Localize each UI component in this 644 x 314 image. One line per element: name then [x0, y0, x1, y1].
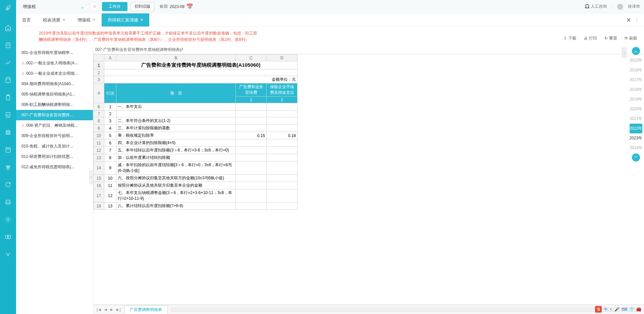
year-item[interactable]: 2024年: [630, 143, 643, 153]
ime-lang[interactable]: 中: [604, 307, 608, 312]
value-cell-d[interactable]: [267, 154, 298, 162]
row-header[interactable]: 7: [94, 111, 104, 117]
row-header[interactable]: 8: [94, 117, 104, 125]
sheet-tab[interactable]: 广宣费调整明细表: [124, 305, 168, 314]
item-cell[interactable]: 按照分摊协议从其他关联方归集至本企业的金额: [116, 182, 236, 189]
form-list-item[interactable]: 004-期间费用明细表(A1040...: [16, 79, 93, 89]
close-icon[interactable]: ✕: [93, 18, 96, 22]
value-cell-c[interactable]: [236, 147, 267, 154]
calendar-picker-icon[interactable]: 📅: [186, 3, 193, 10]
horizontal-scrollbar[interactable]: [171, 308, 641, 312]
item-cell[interactable]: 减：本年扣除的以前年度结转额[3＞6，本行=0；3≤6，本行=8与(6-3)孰小…: [116, 162, 236, 175]
cell-reference[interactable]: 007-广告费和业务宣传费跨年度纳税调整明细表(A105060): [93, 46, 183, 54]
row-header[interactable]: 1: [94, 61, 104, 69]
ime-toolbox-icon[interactable]: 🧰: [636, 307, 641, 312]
seq-cell[interactable]: 1: [104, 103, 116, 111]
item-cell[interactable]: 三、本年计算扣除限额的基数: [116, 125, 236, 132]
ime-skin-icon[interactable]: 👕: [629, 307, 634, 312]
row-header[interactable]: 12: [94, 147, 104, 154]
col-header-c[interactable]: C: [236, 55, 267, 61]
row-header[interactable]: 13: [94, 154, 104, 162]
seq-cell[interactable]: 8: [104, 154, 116, 162]
value-cell-d[interactable]: [267, 125, 298, 132]
form-list-item[interactable]: 001-企业所得税年度纳税申...: [16, 48, 93, 58]
row-header[interactable]: 6: [94, 103, 104, 111]
app-logo-icon[interactable]: [4, 4, 12, 11]
form-list-item[interactable]: 012-减免所得税优惠明细表(...: [16, 162, 93, 172]
value-cell-c[interactable]: [236, 202, 267, 210]
temple-icon[interactable]: [4, 129, 12, 136]
collapse-handle[interactable]: ‹: [89, 171, 93, 184]
switch-old-button[interactable]: 切到旧版: [131, 2, 154, 11]
value-cell-d[interactable]: [267, 182, 298, 189]
item-cell[interactable]: 一、本年支出: [116, 103, 236, 111]
seq-cell[interactable]: 13: [104, 202, 116, 210]
reset-button[interactable]: ↻ 重置: [604, 30, 617, 46]
panel-close-icon[interactable]: ✕: [626, 16, 631, 24]
ime-badge[interactable]: S: [595, 306, 602, 313]
seq-cell[interactable]: 7: [104, 147, 116, 154]
col-header-a[interactable]: A: [104, 55, 116, 61]
year-item[interactable]: 2022年: [630, 124, 643, 133]
list-toggle-button[interactable]: ≡: [90, 2, 99, 11]
year-item[interactable]: 2019年: [630, 95, 643, 104]
seq-cell[interactable]: 5: [104, 132, 116, 139]
refresh-icon[interactable]: [4, 181, 12, 188]
row-header[interactable]: 18: [94, 202, 104, 210]
value-cell-c[interactable]: [236, 175, 267, 182]
row-header[interactable]: 14: [94, 162, 104, 175]
consult-link[interactable]: 🎧 人工咨询: [585, 4, 607, 9]
seq-cell[interactable]: 3: [104, 117, 116, 125]
row-header[interactable]: 9: [94, 125, 104, 132]
nav-next-icon[interactable]: ►: [109, 307, 114, 312]
row-header[interactable]: 10: [94, 132, 104, 139]
item-cell[interactable]: [116, 111, 236, 117]
year-item[interactable]: 2018年: [630, 85, 643, 95]
col-header-d[interactable]: D: [267, 55, 298, 61]
year-item[interactable]: 2015年: [630, 56, 643, 65]
item-cell[interactable]: 八、累计结转以后年度扣除额(7+8-9): [116, 202, 236, 210]
value-cell-c[interactable]: [236, 162, 267, 175]
item-cell[interactable]: 四、本企业计算的扣除限额(4×5): [116, 139, 236, 147]
value-cell-c[interactable]: [236, 111, 267, 117]
value-cell-d[interactable]: [267, 111, 298, 117]
value-cell-d[interactable]: [267, 162, 298, 175]
col-header-b[interactable]: B: [116, 55, 236, 61]
collapse-right-handle[interactable]: ›: [622, 48, 627, 58]
avatar-icon[interactable]: [617, 4, 623, 10]
year-item[interactable]: 2016年: [630, 65, 643, 75]
ime-mic-icon[interactable]: 🎤: [614, 307, 620, 312]
refresh-button[interactable]: ⟳ 刷新: [625, 30, 637, 46]
seq-cell[interactable]: 11: [104, 182, 116, 189]
doc-icon[interactable]: [4, 42, 12, 49]
year-up-icon[interactable]: ︽: [632, 47, 640, 55]
download-button[interactable]: ⇩ 下载: [564, 30, 576, 46]
form-list-item[interactable]: ⚠003-一般企业成本支出明细...: [16, 68, 93, 79]
sheet-table[interactable]: A B C D 1广告费和业务宣传费跨年度纳税调整明细表(A105060) 2 …: [93, 54, 298, 210]
form-list-item[interactable]: 010-免税、减计收入及加计...: [16, 141, 93, 151]
form-list-item[interactable]: 007-广告费和业务宣传费跨...: [16, 110, 93, 120]
form-list-item[interactable]: ⚠002-一般企业收入明细表(A...: [16, 58, 93, 68]
seq-cell[interactable]: 4: [104, 125, 116, 132]
item-cell[interactable]: 五、本年结转以后年度扣除额(3＞6，本行=3-6；3≤6，本行=0): [116, 147, 236, 154]
module-dropdown[interactable]: 增值税 ⌄: [20, 2, 87, 11]
seq-cell[interactable]: 2: [104, 111, 116, 117]
nav-prev-icon[interactable]: ◄: [103, 307, 108, 312]
form-list-item[interactable]: 009-企业所得税弥补亏损明...: [16, 131, 93, 141]
tab-home[interactable]: 首页: [16, 13, 37, 26]
seq-cell[interactable]: 6: [104, 139, 116, 147]
form-list-item[interactable]: 011-研发费用加计扣除优惠...: [16, 151, 93, 162]
item-cell[interactable]: 加：以前年度累计结转扣除额: [116, 154, 236, 162]
v-icon[interactable]: [4, 251, 12, 258]
value-cell-c[interactable]: [236, 125, 267, 132]
item-cell[interactable]: 六、按照分摊协议归集至其他关联方的金额(10≤3与6孰小值): [116, 175, 236, 182]
calendar-icon[interactable]: [4, 146, 12, 153]
bag-icon[interactable]: [4, 76, 12, 84]
nav-last-icon[interactable]: ►|: [115, 307, 121, 312]
tab-tax-list[interactable]: 税表清册✕: [37, 13, 71, 26]
inbox-icon[interactable]: [4, 198, 12, 206]
workbench-button[interactable]: 工作台: [102, 2, 127, 11]
value-cell-c[interactable]: [236, 103, 267, 111]
more-menu-icon[interactable]: ⋮: [635, 17, 639, 22]
value-cell-c[interactable]: [236, 189, 267, 202]
